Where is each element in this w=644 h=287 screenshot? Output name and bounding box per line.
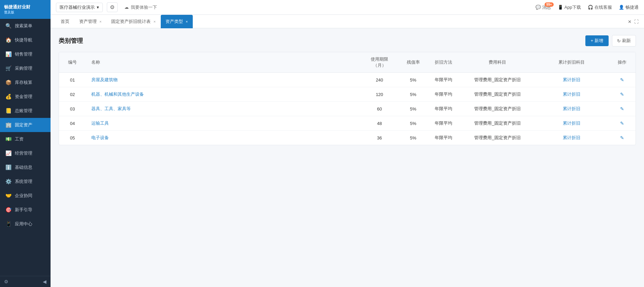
page-header: 类别管理 + 新增 ↻ 刷新 bbox=[59, 35, 636, 46]
sidebar-item-purchase[interactable]: 🛒 采购管理 bbox=[0, 61, 51, 75]
cell-residual-0: 5% bbox=[400, 73, 427, 87]
data-table-container: 编号 名称 使用期限（月） 残值率 折旧方法 费用科目 累计折旧科目 操作 01… bbox=[59, 52, 636, 145]
cell-period-3: 48 bbox=[359, 116, 400, 131]
cell-expense-4: 管理费用_固定资产折旧 bbox=[460, 131, 534, 145]
tab-home[interactable]: 首页 bbox=[56, 15, 74, 28]
cell-accum-2: 累计折旧 bbox=[534, 102, 609, 116]
experience-label: 我要体验一下 bbox=[131, 4, 157, 10]
cell-name-0: 房屋及建筑物 bbox=[86, 73, 359, 87]
online-service-btn[interactable]: 🎧 在线客服 bbox=[588, 4, 612, 10]
chevron-down-icon: ▾ bbox=[97, 5, 99, 10]
sidebar-label-search: 搜索菜单 bbox=[15, 23, 32, 29]
cell-accum-1: 累计折旧 bbox=[534, 87, 609, 102]
sidebar-item-search[interactable]: 🔍 搜索菜单 bbox=[0, 19, 51, 33]
purchase-icon: 🛒 bbox=[5, 65, 11, 71]
app-download-btn[interactable]: 📱 App下载 bbox=[558, 4, 581, 10]
basic-icon: ℹ️ bbox=[5, 164, 11, 170]
main-area: 医疗器械行业演示 ▾ ⚙ ☁ 我要体验一下 💬 消息 99+ 📱 App下载 🎧… bbox=[51, 0, 644, 287]
tab-asset-mgmt[interactable]: 资产管理 × bbox=[74, 15, 106, 28]
sidebar-label-guide: 新手引导 bbox=[15, 207, 32, 213]
sidebar-item-basic[interactable]: ℹ️ 基础信息 bbox=[0, 160, 51, 174]
sidebar-label-fixed: 固定资产 bbox=[15, 122, 32, 128]
topbar: 医疗器械行业演示 ▾ ⚙ ☁ 我要体验一下 💬 消息 99+ 📱 App下载 🎧… bbox=[51, 0, 644, 15]
cell-action-1[interactable]: ✎ bbox=[609, 87, 636, 102]
topbar-settings-btn[interactable]: ⚙ bbox=[107, 2, 118, 12]
user-profile-btn[interactable]: 👤 畅捷通 bbox=[619, 4, 639, 10]
cell-expense-0: 管理费用_固定资产折旧 bbox=[460, 73, 534, 87]
collapse-icon[interactable]: ◀ bbox=[43, 279, 47, 284]
sidebar-label-enterprise: 企业协同 bbox=[15, 193, 32, 199]
cell-residual-4: 5% bbox=[400, 131, 427, 145]
enterprise-icon: 🤝 bbox=[5, 193, 11, 199]
app-logo: 畅捷通好业财 普及版 bbox=[0, 0, 51, 19]
sidebar-label-sales: 销售管理 bbox=[15, 51, 32, 57]
new-button[interactable]: + 新增 bbox=[585, 35, 609, 46]
cell-action-4[interactable]: ✎ bbox=[609, 131, 636, 145]
close-window-icon[interactable]: ✕ bbox=[628, 19, 632, 24]
cell-period-1: 120 bbox=[359, 87, 400, 102]
sidebar-item-bizmanage[interactable]: 📈 经营管理 bbox=[0, 146, 51, 160]
cell-action-0[interactable]: ✎ bbox=[609, 73, 636, 87]
sidebar-item-sales[interactable]: 📊 销售管理 bbox=[0, 47, 51, 61]
capital-icon: 💰 bbox=[5, 94, 11, 100]
search-icon: 🔍 bbox=[5, 23, 11, 29]
cell-action-3[interactable]: ✎ bbox=[609, 116, 636, 131]
cell-expense-2: 管理费用_固定资产折旧 bbox=[460, 102, 534, 116]
col-header-residual: 残值率 bbox=[400, 52, 427, 73]
tab-asset-mgmt-label: 资产管理 bbox=[79, 19, 97, 25]
cell-code-4: 05 bbox=[59, 131, 86, 145]
sidebar-item-quicknav[interactable]: 🏠 快捷导航 bbox=[0, 33, 51, 47]
sidebar-item-capital[interactable]: 💰 资金管理 bbox=[0, 90, 51, 104]
avatar-icon: 👤 bbox=[619, 5, 624, 10]
cell-method-3: 年限平均 bbox=[427, 116, 460, 131]
headset-icon: 🎧 bbox=[588, 5, 593, 10]
sidebar-item-ledger[interactable]: 📒 总账管理 bbox=[0, 104, 51, 118]
col-header-accum: 累计折旧科目 bbox=[534, 52, 609, 73]
tab-depreciation-table[interactable]: 固定资产折旧统计表 × bbox=[106, 15, 160, 28]
content-area: 类别管理 + 新增 ↻ 刷新 编号 名称 使用期限（月） 残值率 折旧方法 bbox=[51, 28, 644, 287]
sales-icon: 📊 bbox=[5, 51, 11, 57]
refresh-button[interactable]: ↻ 刷新 bbox=[612, 35, 636, 46]
sidebar-item-fixed[interactable]: 🏢 固定资产 bbox=[0, 118, 51, 132]
col-header-action: 操作 bbox=[609, 52, 636, 73]
cell-name-3: 运输工具 bbox=[86, 116, 359, 131]
sidebar-item-guide[interactable]: 🎯 新手引导 bbox=[0, 203, 51, 217]
maximize-window-icon[interactable]: ⛶ bbox=[634, 19, 639, 24]
sidebar-label-capital: 资金管理 bbox=[15, 94, 32, 100]
sidebar-label-ledger: 总账管理 bbox=[15, 108, 32, 114]
sidebar-item-enterprise[interactable]: 🤝 企业协同 bbox=[0, 189, 51, 203]
industry-selector[interactable]: 医疗器械行业演示 ▾ bbox=[56, 3, 103, 12]
message-icon: 💬 bbox=[535, 5, 541, 10]
tab-asset-type[interactable]: 资产类型 × bbox=[161, 15, 193, 28]
gear-icon: ⚙ bbox=[110, 4, 115, 10]
sidebar-label-purchase: 采购管理 bbox=[15, 65, 32, 71]
cell-code-2: 03 bbox=[59, 102, 86, 116]
messages-btn[interactable]: 💬 消息 99+ bbox=[535, 4, 551, 10]
cell-name-2: 器具、工具、家具等 bbox=[86, 102, 359, 116]
phone-icon: 📱 bbox=[558, 5, 563, 10]
sidebar-item-appcenter[interactable]: 📱 应用中心 bbox=[0, 217, 51, 231]
industry-label: 医疗器械行业演示 bbox=[60, 4, 95, 10]
sidebar-label-basic: 基础信息 bbox=[15, 164, 32, 170]
bizmanage-icon: 📈 bbox=[5, 150, 11, 156]
app-download-label: App下载 bbox=[564, 4, 581, 10]
sidebar-item-inventory[interactable]: 📦 库存核算 bbox=[0, 75, 51, 90]
settings-icon[interactable]: ⚙ bbox=[4, 279, 8, 284]
cell-action-2[interactable]: ✎ bbox=[609, 102, 636, 116]
cell-accum-4: 累计折旧 bbox=[534, 131, 609, 145]
sidebar-item-salary[interactable]: 💵 工资 bbox=[0, 132, 51, 146]
tab-asset-type-close[interactable]: × bbox=[186, 20, 188, 24]
tab-depreciation-close[interactable]: × bbox=[153, 20, 155, 24]
tab-asset-mgmt-close[interactable]: × bbox=[99, 20, 101, 24]
table-row: 04 运输工具 48 5% 年限平均 管理费用_固定资产折旧 累计折旧 ✎ bbox=[59, 116, 636, 131]
message-badge: 99+ bbox=[545, 2, 554, 7]
cell-period-4: 36 bbox=[359, 131, 400, 145]
experience-btn[interactable]: ☁ 我要体验一下 bbox=[124, 4, 157, 10]
cell-residual-3: 5% bbox=[400, 116, 427, 131]
tabs-bar: 首页 资产管理 × 固定资产折旧统计表 × 资产类型 × ✕ ⛶ bbox=[51, 15, 644, 28]
sidebar-item-system[interactable]: ⚙️ 系统管理 bbox=[0, 174, 51, 189]
online-service-label: 在线客服 bbox=[594, 4, 612, 10]
cell-accum-3: 累计折旧 bbox=[534, 116, 609, 131]
col-header-name: 名称 bbox=[86, 52, 359, 73]
tab-depreciation-label: 固定资产折旧统计表 bbox=[111, 19, 151, 25]
